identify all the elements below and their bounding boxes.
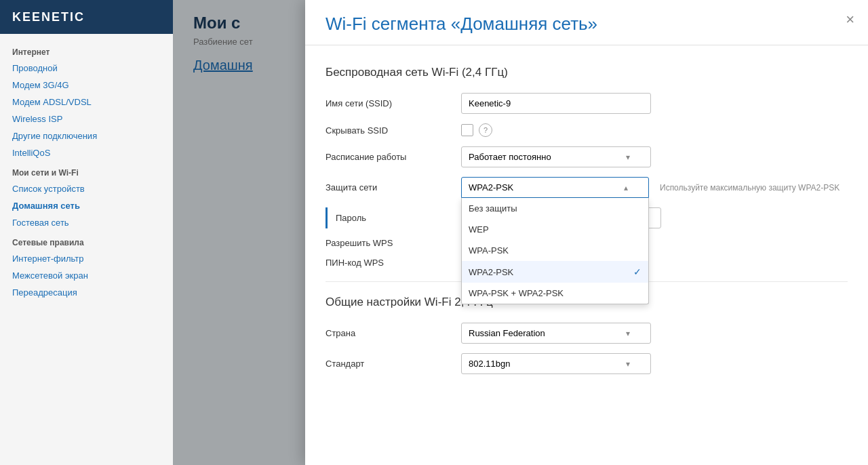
wpa2-psk-check-icon: ✓ [633,266,642,277]
hide-ssid-checkbox-wrap: ? [461,123,651,137]
sidebar-item-guest-network[interactable]: Гостевая сеть [0,214,173,231]
ssid-input[interactable] [461,93,651,114]
hide-ssid-row: Скрывать SSID ? [326,123,848,137]
security-chevron-up-icon: ▴ [624,183,628,193]
country-value: Russian Federation [469,328,545,338]
modal-title: Wi-Fi сегмента «Домашняя сеть» [326,14,848,35]
sidebar: KEENETIC Интернет Проводной Модем 3G/4G … [0,0,173,465]
sidebar-item-intelliqos[interactable]: IntelliQoS [0,144,173,161]
sidebar-item-wireless-isp[interactable]: Wireless ISP [0,110,173,127]
ssid-label: Имя сети (SSID) [326,98,461,108]
sidebar-nav: Интернет Проводной Модем 3G/4G Модем ADS… [0,34,173,465]
standard-chevron-down-icon: ▾ [626,359,630,369]
security-row: Защита сети WPA2-PSK ▴ Без защиты [326,177,848,198]
security-option-wpa-wpa2-label: WPA-PSK + WPA2-PSK [469,288,564,298]
security-select-wrap: WPA2-PSK ▴ Без защиты WEP [461,177,649,198]
standard-control: 802.11bgn ▾ [461,353,651,374]
standard-select[interactable]: 802.11bgn ▾ [461,353,651,374]
modal-close-button[interactable]: × [846,12,854,27]
sidebar-item-redirect[interactable]: Переадресация [0,284,173,301]
logo-text: KEENETIC [12,10,85,24]
security-option-no-protection[interactable]: Без защиты [462,198,648,219]
sidebar-item-modem-adsl[interactable]: Модем ADSL/VDSL [0,94,173,110]
sidebar-item-device-list[interactable]: Список устройств [0,180,173,197]
security-option-wpa-psk[interactable]: WPA-PSK [462,240,648,261]
modal-body: Беспроводная сеть Wi-Fi (2,4 ГГц) Имя се… [305,45,868,397]
schedule-control: Работает постоянно ▾ [461,146,651,167]
main-area: Мои с Разбиение сет Домашня Wi-Fi сегмен… [173,0,868,465]
standard-label: Стандарт [326,359,461,369]
security-option-no-protection-label: Без защиты [469,203,517,214]
allow-wps-label: Разрешить WPS [326,238,461,248]
security-option-wep[interactable]: WEP [462,219,648,240]
security-select[interactable]: WPA2-PSK ▴ [461,177,649,198]
security-option-wpa2-psk-label: WPA2-PSK [469,267,513,277]
security-label: Защита сети [326,182,461,193]
modal-header: Wi-Fi сегмента «Домашняя сеть» × [305,0,868,45]
schedule-select-wrap: Работает постоянно ▾ [461,146,651,167]
country-label: Страна [326,328,461,338]
hide-ssid-checkbox[interactable] [461,124,473,136]
hide-ssid-control: ? [461,123,651,137]
wifi-section-heading: Беспроводная сеть Wi-Fi (2,4 ГГц) [326,66,848,79]
security-option-wpa-wpa2[interactable]: WPA-PSK + WPA2-PSK [462,283,648,304]
sidebar-item-other-conn[interactable]: Другие подключения [0,127,173,144]
security-option-wpa-psk-label: WPA-PSK [469,245,509,256]
standard-row: Стандарт 802.11bgn ▾ [326,353,848,374]
hide-ssid-help-icon[interactable]: ? [479,123,492,137]
modal-overlay: Wi-Fi сегмента «Домашняя сеть» × Беспров… [173,0,868,465]
security-hint: Используйте максимальную защиту WPA2-PSK [660,183,848,193]
sidebar-item-firewall[interactable]: Межсетевой экран [0,267,173,284]
schedule-label: Расписание работы [326,152,461,162]
security-dropdown: Без защиты WEP WPA-PSK WPA2-PSK [461,198,649,304]
country-row: Страна Russian Federation ▾ [326,323,848,344]
standard-value: 802.11bgn [469,359,510,369]
sidebar-item-home-network[interactable]: Домашняя сеть [0,197,173,214]
country-chevron-down-icon: ▾ [626,329,630,338]
schedule-row: Расписание работы Работает постоянно ▾ [326,146,848,167]
hide-ssid-label: Скрывать SSID [326,125,461,136]
standard-select-wrap: 802.11bgn ▾ [461,353,651,374]
modal-dialog: Wi-Fi сегмента «Домашняя сеть» × Беспров… [305,0,868,465]
sidebar-section-rules: Сетевые правила [0,231,173,250]
sidebar-logo: KEENETIC [0,0,173,34]
security-control: WPA2-PSK ▴ Без защиты WEP [461,177,649,198]
schedule-chevron-down-icon: ▾ [626,153,630,162]
sidebar-section-internet: Интернет [0,41,173,60]
country-select[interactable]: Russian Federation ▾ [461,323,651,344]
country-control: Russian Federation ▾ [461,323,651,344]
country-select-wrap: Russian Federation ▾ [461,323,651,344]
password-label: Пароль [336,213,471,223]
schedule-value: Работает постоянно [469,152,551,162]
ssid-row: Имя сети (SSID) [326,93,848,114]
sidebar-section-networks: Мои сети и Wi-Fi [0,161,173,180]
ssid-control [461,93,651,114]
sidebar-item-wired[interactable]: Проводной [0,60,173,77]
wps-pin-label: ПИН-код WPS [326,258,461,268]
security-option-wpa2-psk[interactable]: WPA2-PSK ✓ [462,261,648,283]
security-option-wep-label: WEP [469,224,489,235]
schedule-select[interactable]: Работает постоянно ▾ [461,146,651,167]
security-value: WPA2-PSK [469,182,513,193]
sidebar-item-modem3g4g[interactable]: Модем 3G/4G [0,77,173,94]
sidebar-item-internet-filter[interactable]: Интернет-фильтр [0,250,173,267]
